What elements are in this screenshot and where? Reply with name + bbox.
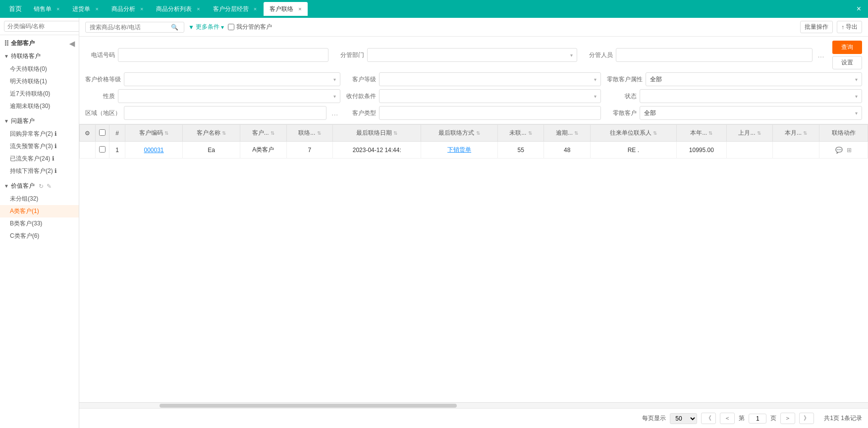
last-page-btn[interactable]: 》: [799, 413, 814, 424]
my-customer-checkbox[interactable]: [228, 24, 234, 30]
more-filters-btn[interactable]: ▼ 更多条件 ▾: [188, 23, 224, 31]
sort-icon-method[interactable]: ⇅: [476, 130, 480, 136]
prev-page-btn[interactable]: ＜: [720, 413, 735, 424]
nav-tab-customer-contact[interactable]: 客户联络 ×: [264, 2, 307, 16]
sidebar-section-value-title[interactable]: ▼ 价值客户 ↻ ✎: [0, 179, 79, 193]
filter-customer-grade-select[interactable]: ▾: [379, 72, 601, 86]
sidebar-item-tomorrow[interactable]: 明天待联络(1): [0, 75, 79, 88]
nav-tab-analysis-list-close[interactable]: ×: [197, 6, 200, 12]
filter-region-input[interactable]: [124, 106, 326, 120]
toolbar: 🔍 ▼ 更多条件 ▾ 我分管的客户 批量操作 ↑ 导出: [79, 18, 868, 37]
sort-icon-lmonth[interactable]: ⇅: [757, 130, 761, 136]
col-uncontacted: 未联... ⇅: [497, 125, 544, 142]
sidebar-item-7days[interactable]: 近7天待联络(0): [0, 88, 79, 100]
row-last-contact-method-value[interactable]: 下销货单: [447, 146, 471, 153]
edit-icon[interactable]: ✎: [47, 183, 52, 190]
nav-tab-analysis-close[interactable]: ×: [140, 6, 143, 12]
sort-icon-person[interactable]: ⇅: [653, 130, 657, 136]
query-btn[interactable]: 查询: [832, 41, 862, 54]
sidebar-item-class-c[interactable]: C类客户(6): [0, 230, 79, 242]
nav-tab-customer-contact-close[interactable]: ×: [298, 6, 301, 12]
sidebar-item-class-a[interactable]: A类客户(1): [0, 205, 79, 217]
sidebar-section-value: ▼ 价值客户 ↻ ✎ 未分组(32) A类客户(1) B类客户(33) C类客户…: [0, 179, 79, 242]
all-customers-label: 全部客户: [11, 39, 35, 48]
settings-icon[interactable]: ⚙: [85, 130, 90, 137]
next-page-btn[interactable]: ＞: [780, 413, 795, 424]
filter-price-grade-select[interactable]: ▾: [124, 72, 340, 86]
scrollbar-thumb[interactable]: [160, 404, 457, 408]
sidebar-item-ungrouped[interactable]: 未分组(32): [0, 193, 79, 205]
sort-icon-name[interactable]: ⇅: [222, 130, 226, 136]
sidebar-section-pending-title[interactable]: ▼ 待联络客户: [0, 50, 79, 63]
chat-icon[interactable]: 💬: [835, 147, 843, 154]
first-page-btn[interactable]: 《: [701, 413, 716, 424]
col-settings[interactable]: ⚙: [80, 125, 96, 142]
batch-operation-btn[interactable]: 批量操作: [800, 21, 833, 33]
horizontal-scrollbar[interactable]: [79, 402, 868, 408]
more-icon[interactable]: ⊞: [847, 147, 852, 154]
filter-status-select[interactable]: ▾: [640, 89, 862, 103]
nav-tab-analysis[interactable]: 商品分析 ×: [106, 2, 149, 16]
filter-nature-select[interactable]: ▾: [118, 89, 340, 103]
nav-tab-sales-close[interactable]: ×: [56, 6, 59, 12]
col-customer-name: 客户名称 ⇅: [183, 125, 240, 142]
row-code-value[interactable]: 000031: [144, 147, 163, 154]
nav-home[interactable]: 首页: [4, 4, 27, 13]
sidebar-item-repurchase[interactable]: 回购异常客户(2) ℹ: [0, 128, 79, 140]
filter-manager-input[interactable]: [616, 48, 813, 62]
sidebar-item-churn-warning[interactable]: 流失预警客户(3) ℹ: [0, 140, 79, 153]
select-all-checkbox[interactable]: [99, 129, 106, 136]
sort-icon-year[interactable]: ⇅: [708, 130, 712, 136]
filter-phone-input[interactable]: [118, 48, 328, 62]
sort-icon-tmonth[interactable]: ⇅: [803, 130, 807, 136]
refresh-icon[interactable]: ↻: [39, 183, 44, 190]
sort-icon-uncontacted[interactable]: ⇅: [528, 130, 532, 136]
filter-payment-select[interactable]: ▾: [379, 89, 601, 103]
nav-tab-customer-layer[interactable]: 客户分层经营 ×: [207, 2, 263, 16]
sidebar-collapse-btn[interactable]: ◀: [69, 40, 75, 48]
customer-table: ⚙ # 客户编码 ⇅ 客户名称 ⇅: [79, 124, 868, 159]
export-label: 导出: [846, 23, 858, 31]
sort-icon-code[interactable]: ⇅: [164, 130, 168, 136]
sidebar-item-declining[interactable]: 持续下滑客户(2) ℹ: [0, 165, 79, 177]
settings-btn[interactable]: 设置: [832, 56, 862, 69]
sort-icon-date[interactable]: ⇅: [393, 130, 397, 136]
sidebar-item-overdue[interactable]: 逾期未联络(30): [0, 100, 79, 112]
sidebar-item-today[interactable]: 今天待联络(0): [0, 63, 79, 75]
filter-manager-dots[interactable]: …: [815, 51, 826, 59]
sidebar-item-churned[interactable]: 已流失客户(24) ℹ: [0, 153, 79, 165]
sidebar-item-class-b[interactable]: B类客户(33): [0, 217, 79, 230]
nav-window-close[interactable]: ×: [854, 4, 864, 13]
page-input[interactable]: [749, 414, 766, 424]
nav-tab-purchase-close[interactable]: ×: [95, 6, 98, 12]
nav-tab-analysis-list[interactable]: 商品分析列表 ×: [150, 2, 206, 16]
per-page-select[interactable]: 50 100 200: [670, 413, 697, 424]
filter-customer-type: 客户类型: [346, 106, 601, 120]
table-container: ⚙ # 客户编码 ⇅ 客户名称 ⇅: [79, 124, 868, 402]
toolbar-search-icon[interactable]: 🔍: [171, 24, 178, 31]
row-actions-cell: 💬 ⊞: [819, 142, 868, 159]
filter-retail-attr-label: 零散客户属性: [607, 75, 643, 84]
export-btn[interactable]: ↑ 导出: [837, 21, 862, 33]
filter-retail-select[interactable]: 全部 ▾: [640, 106, 862, 120]
col-last-month: 上月... ⇅: [726, 125, 773, 142]
sort-icon-type[interactable]: ⇅: [271, 130, 274, 136]
nav-tab-purchase[interactable]: 进货单 ×: [66, 2, 104, 16]
col-contact-count-label: 联络...: [298, 129, 315, 136]
filter-customer-type-input[interactable]: [379, 106, 601, 120]
row-checkbox[interactable]: [99, 146, 106, 153]
filter-region-dots[interactable]: …: [329, 109, 340, 117]
sort-icon-overdue[interactable]: ⇅: [574, 130, 578, 136]
filter-retail-attr-select[interactable]: 全部 ▾: [646, 72, 862, 86]
nav-tab-customer-layer-close[interactable]: ×: [254, 6, 257, 12]
toolbar-search-input[interactable]: [90, 24, 169, 31]
nav-tab-sales[interactable]: 销售单 ×: [28, 2, 65, 16]
filter-dept-select[interactable]: ▾: [367, 48, 578, 62]
sort-icon-contact[interactable]: ⇅: [317, 130, 321, 136]
filter-arrow-icon: ▾: [221, 24, 224, 31]
sidebar-section-problem-title[interactable]: ▼ 问题客户: [0, 114, 79, 128]
nav-tab-customer-contact-label: 客户联络: [270, 5, 293, 13]
sidebar-search-input[interactable]: [4, 21, 79, 32]
table-row: 1 000031 Ea A类客户 7: [80, 142, 868, 159]
col-last-contact-date-label: 最后联络日期: [356, 129, 392, 136]
